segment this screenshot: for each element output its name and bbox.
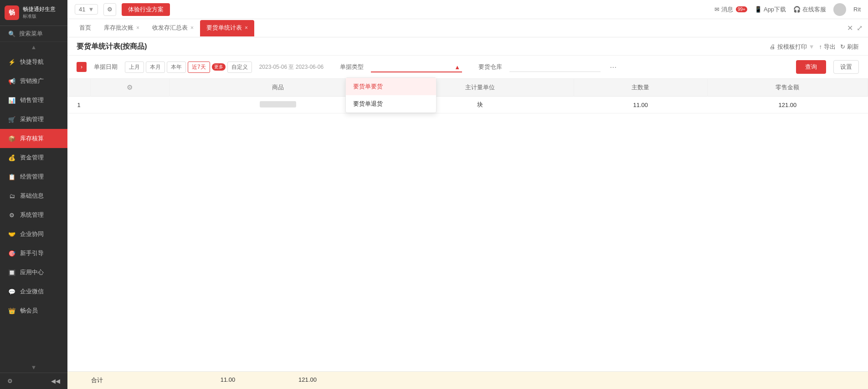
refresh-label: 刷新 [847,43,859,51]
col-settings[interactable]: ⚙ [90,79,169,97]
export-label: 导出 [824,43,836,51]
top-header: 41 ▼ ⚙ 体验行业方案 ✉ 消息 99+ 📱 App下载 🎧 在线客服 Ri… [67,0,868,19]
last-7days-btn[interactable]: 近7天 [188,61,210,73]
sidebar-item-sales[interactable]: 📊 销售管理 [0,91,67,110]
sidebar-label-member: 畅会员 [20,307,38,315]
sidebar-item-cooperation[interactable]: 🤝 企业协同 [0,225,67,244]
close-tab-icon[interactable]: ✕ [847,24,853,32]
page-header-actions: 🖨 按模板打印 ▼ ↑ 导出 ↻ 刷新 [770,43,859,51]
this-month-btn[interactable]: 本月 [146,61,165,73]
filter-bar: › 单据日期 上月 本月 本年 近7天 更多 自定义 2023-05-06 至 … [67,56,868,79]
header-right: ✉ 消息 99+ 📱 App下载 🎧 在线客服 Rit [714,3,861,16]
settings-btn[interactable]: ⚙ [103,3,116,16]
type-filter-label: 单据类型 [340,63,364,71]
member-icon: 👑 [7,306,16,315]
avatar[interactable] [833,3,846,16]
table-wrap: ⚙ 商品 主计量单位 主数量 零售金额 1 块 11.00 121.00 [67,79,868,371]
more-badge[interactable]: 更多 [212,63,226,71]
expand-filter-btn[interactable]: › [77,62,87,72]
sidebar-label-quick-nav: 快捷导航 [20,58,44,66]
trial-btn[interactable]: 体验行业方案 [122,3,170,16]
messages-btn[interactable]: ✉ 消息 99+ [714,5,747,14]
sidebar-item-quick-nav[interactable]: ⚡ 快捷导航 [0,52,67,72]
sidebar-label-purchase: 采购管理 [20,115,44,123]
cell-amount: 121.00 [707,97,868,113]
col-settings-icon[interactable]: ⚙ [96,83,164,92]
scroll-down-btn[interactable]: ▼ [0,362,67,373]
type-select-input[interactable] [371,62,462,72]
tab-order-close[interactable]: × [245,25,248,31]
footer-label: 合计 [73,376,182,384]
sidebar-item-purchase[interactable]: 🛒 采购管理 [0,110,67,129]
sales-icon: 📊 [7,96,16,105]
sidebar-item-guide[interactable]: 🎯 新手引导 [0,244,67,263]
quick-nav-icon: ⚡ [7,57,16,67]
operation-icon: 📋 [7,172,16,181]
sidebar-item-operation[interactable]: 📋 经营管理 [0,167,67,186]
print-icon: 🖨 [770,43,776,50]
sidebar-item-system[interactable]: ⚙ 系统管理 [0,205,67,225]
last-month-btn[interactable]: 上月 [125,61,144,73]
tab-batch-close[interactable]: × [136,25,139,31]
sidebar-item-inventory[interactable]: 📦 库存核算 [0,129,67,148]
print-btn[interactable]: 🖨 按模板打印 ▼ [770,43,815,51]
collapse-sidebar-btn[interactable]: ◀◀ [51,378,60,384]
type-select-arrow[interactable]: ▲ [454,64,460,71]
sidebar-label-app-center: 应用中心 [20,268,44,276]
tab-order-summary[interactable]: 要货单统计表 × [200,20,254,36]
settings-icon[interactable]: ⚙ [7,378,13,384]
page-header: 要货单统计表(按商品) 🖨 按模板打印 ▼ ↑ 导出 ↻ 刷新 [67,37,868,56]
sidebar-item-app-center[interactable]: 🔲 应用中心 [0,263,67,282]
more-filters-btn[interactable]: ··· [610,62,616,72]
cell-settings [90,97,169,113]
tab-home[interactable]: 首页 [73,20,98,36]
dropdown-item-0[interactable]: 要货单要货 [346,78,436,95]
app-download-btn[interactable]: 📱 App下载 [755,5,786,14]
tab-batch[interactable]: 库存批次账 × [98,20,146,36]
header-left: 41 ▼ ⚙ 体验行业方案 [75,3,170,16]
tab-receive-label: 收发存汇总表 [152,24,188,32]
page-content: 要货单统计表(按商品) 🖨 按模板打印 ▼ ↑ 导出 ↻ 刷新 › [67,37,868,389]
online-service-label: 在线客服 [802,5,826,14]
store-name: 41 [79,6,85,13]
sidebar-item-wechat[interactable]: 💬 企业微信 [0,282,67,301]
export-btn[interactable]: ↑ 导出 [819,43,836,51]
logo-text: 畅捷通好生意 标准版 [23,6,56,20]
tab-bar: 首页 库存批次账 × 收发存汇总表 × 要货单统计表 × ✕ ⤢ [67,19,868,37]
sidebar-item-marketing[interactable]: 📢 营销推广 [0,72,67,91]
this-year-btn[interactable]: 本年 [167,61,186,73]
warehouse-input[interactable] [509,62,601,72]
footer-amount: 121.00 [273,376,342,384]
scroll-up-btn[interactable]: ▲ [0,42,67,52]
filter-settings-btn[interactable]: 设置 [833,60,859,74]
phone-icon: 📱 [755,6,762,13]
custom-date-btn[interactable]: 自定义 [227,61,252,73]
guide-icon: 🎯 [7,249,16,258]
basic-icon: 🗂 [7,191,16,200]
sidebar-item-finance[interactable]: 💰 资金管理 [0,148,67,167]
messages-label: 消息 [721,5,733,14]
tab-receive-close[interactable]: × [190,25,194,31]
sidebar-item-basic[interactable]: 🗂 基础信息 [0,186,67,205]
sidebar-label-operation: 经营管理 [20,173,44,181]
store-selector[interactable]: 41 ▼ [75,4,98,15]
sidebar-item-member[interactable]: 👑 畅会员 [0,301,67,320]
maximize-icon[interactable]: ⤢ [857,24,863,32]
refresh-btn[interactable]: ↻ 刷新 [840,43,859,51]
table-footer: 合计 11.00 121.00 [67,371,868,389]
online-service-btn[interactable]: 🎧 在线客服 [793,5,826,14]
export-icon: ↑ [819,43,822,50]
col-quantity: 主数量 [574,79,707,97]
tab-receive-summary[interactable]: 收发存汇总表 × [146,20,200,36]
inventory-icon: 📦 [7,134,16,143]
dropdown-item-1[interactable]: 要货单退货 [346,95,436,113]
date-buttons: 上月 本月 本年 近7天 更多 自定义 [125,61,252,73]
sidebar-bottom: ⚙ ◀◀ [0,373,67,389]
search-menu-btn[interactable]: 🔍 搜索菜单 [0,26,67,42]
query-btn[interactable]: 查询 [796,60,826,74]
marketing-icon: 📢 [7,77,16,86]
sidebar-label-guide: 新手引导 [20,249,44,257]
col-amount: 零售金额 [707,79,868,97]
sidebar-label-wechat: 企业微信 [20,287,44,296]
col-index [67,79,90,97]
